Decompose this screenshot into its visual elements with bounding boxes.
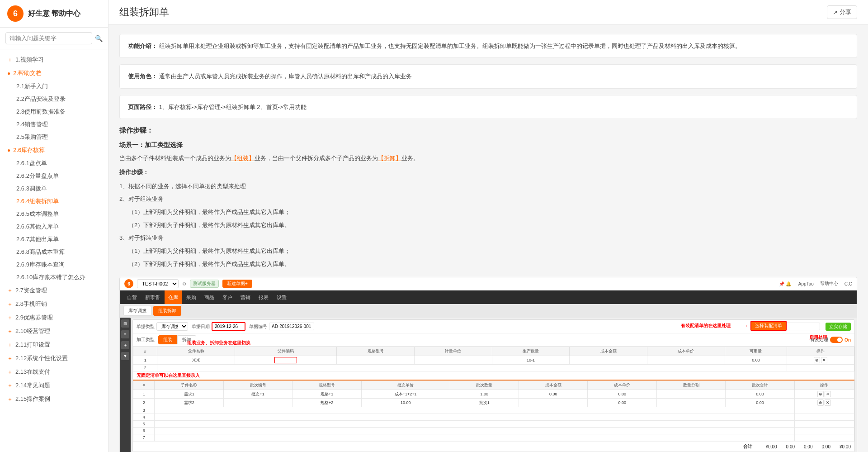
sim-type-select[interactable]: 库存调拨	[156, 322, 188, 331]
sim-lrow-copy2[interactable]: ⊕	[817, 400, 824, 406]
sidebar-item-cases[interactable]: ＋ 2.15操作案例	[0, 392, 108, 406]
sidebar-item-inventory[interactable]: ● 2.6库存核算	[0, 143, 108, 157]
sidebar-item-inv265[interactable]: 2.6.5成本调整单	[0, 208, 108, 220]
sim-total-amt2: 0.00	[786, 444, 795, 449]
sim-new-order-btn[interactable]: 新建单据+	[222, 280, 252, 288]
sim-toggle[interactable]	[830, 337, 843, 343]
sim-total-amt4: 0.00	[822, 444, 830, 449]
path-text: 1、库存核算->库存管理->组装拆卸单 2、首页->常用功能	[159, 104, 307, 110]
sim-th-unit: 计量单位	[414, 347, 492, 356]
sidebar-item-inv267[interactable]: 2.6.7其他出库单	[0, 233, 108, 246]
sidebar-item-inv261[interactable]: 2.6.1盘点单	[0, 157, 108, 170]
sim-upper-table-section: # 父件名称 父件编码 规格型号 计量单位 生产数量 成本金额 成本单价	[133, 347, 854, 380]
sim-tab-bar: 库存调拨 组装拆卸	[120, 304, 857, 318]
search-input[interactable]	[5, 32, 92, 44]
sim-lrow-del2[interactable]: ✕	[825, 400, 831, 406]
share-button[interactable]: ↗ 分享	[827, 5, 857, 19]
nav-tree: ＋ 1.视频学习 ● 2.帮助文档 2.1新手入门 2.2产品安装及登录 2.3…	[0, 49, 108, 452]
sidebar-item-dataprep[interactable]: 2.3使用前数据准备	[0, 105, 108, 118]
share-icon: ↗	[833, 9, 838, 16]
sim-icon-list[interactable]: ≡	[121, 330, 129, 338]
sim-tab-assembly[interactable]: 组装拆卸	[153, 306, 181, 316]
logo-icon: 6	[7, 5, 24, 22]
sidebar-item-mobile[interactable]: ＋ 2.8手机旺铺	[0, 297, 108, 311]
chaiqiao-link[interactable]: 【拆卸】	[378, 155, 401, 162]
sidebar-item-ops[interactable]: ＋ 2.10经营管理	[0, 324, 108, 338]
sim-subtype-assembly[interactable]: 组装	[158, 335, 177, 344]
sim-nav-ziyingchan[interactable]: 自营	[123, 290, 141, 304]
sim-date-input[interactable]	[212, 322, 245, 331]
sim-icon-add[interactable]: ＋	[121, 341, 129, 349]
sidebar-item-sales[interactable]: 2.4销售管理	[0, 118, 108, 131]
search-box[interactable]: 🔍	[0, 28, 108, 49]
sim-confirm-input[interactable]	[784, 323, 820, 330]
sim-cell-avail1: 0.00	[725, 356, 787, 365]
sidebar-item-install[interactable]: 2.2产品安装及登录	[0, 93, 108, 105]
sim-th-spec: 规格型号	[337, 347, 415, 356]
sidebar-item-inv263[interactable]: 2.6.3调拨单	[0, 182, 108, 195]
sim-tab-inv-adjust[interactable]: 库存调拨	[123, 306, 151, 316]
sidebar-item-online[interactable]: ＋ 2.13在线支付	[0, 365, 108, 379]
sim-lrow-del1[interactable]: ✕	[825, 391, 831, 397]
role-label: 使用角色：	[128, 73, 157, 80]
sim-nav-caigou[interactable]: 采购	[183, 290, 200, 304]
sim-lcell-bp1: 成本+1+2+1	[361, 390, 450, 399]
sim-cell-unit1	[414, 356, 492, 365]
sim-lrow-copy1[interactable]: ⊕	[817, 391, 824, 397]
sim-icon-filter[interactable]: ▼	[121, 352, 129, 360]
sim-test-tag: 测试服务器	[190, 280, 219, 288]
sim-annotation3-text: 启用处理	[809, 334, 827, 341]
sidebar-item-help[interactable]: ● 2.帮助文档	[0, 67, 108, 80]
sidebar-item-finance[interactable]: ＋ 2.7资金管理	[0, 284, 108, 297]
sidebar-item-faq[interactable]: ＋ 2.14常见问题	[0, 379, 108, 392]
sidebar-item-inv266[interactable]: 2.6.6其他入库单	[0, 220, 108, 233]
sim-lcell-qs2	[656, 399, 725, 407]
sim-icon-home[interactable]: ⊞	[121, 319, 129, 328]
sim-nav-cangku[interactable]: 仓库	[165, 290, 182, 304]
sim-fcode-input1[interactable]	[274, 357, 297, 363]
sim-nav-kehu[interactable]: 客户	[219, 290, 236, 304]
sim-ordernum-input[interactable]	[269, 323, 314, 330]
sim-row-copy1[interactable]: ⊕	[814, 357, 820, 363]
sidebar-item-print[interactable]: ＋ 2.11打印设置	[0, 338, 108, 352]
sidebar-item-video[interactable]: ＋ 1.视频学习	[0, 53, 108, 67]
sim-lcell-sname1: 需求1	[155, 390, 223, 399]
sim-lcell-total1: 0.00	[726, 390, 794, 399]
search-icon[interactable]: 🔍	[95, 35, 103, 42]
step3-1: （1）上部明细为父件明细，最终作为原材料生成其它出库单；	[119, 246, 857, 257]
sim-lcell-cost2	[519, 399, 588, 407]
sim-lcell-act2: ⊕✕	[794, 399, 854, 407]
ops-steps-title: 操作步骤：	[119, 126, 857, 135]
sim-lth-ucost: 成本单价	[588, 381, 656, 390]
sim-nav-baobiao[interactable]: 报表	[255, 290, 272, 304]
sim-nav-xls[interactable]: 新零售	[142, 290, 164, 304]
sidebar-item-coupon[interactable]: ＋ 2.9优惠券管理	[0, 311, 108, 324]
sidebar-item-inv269[interactable]: 2.6.9库存账本查询	[0, 258, 108, 271]
sim-save-btn[interactable]: 立实存储	[826, 323, 851, 331]
sim-cell-cost1	[570, 356, 647, 365]
sim-cell-qty1: 10-1	[492, 356, 570, 365]
sim-lth-batch: 批次编号	[223, 381, 292, 390]
sidebar-item-inv2610[interactable]: 2.6.10库存账本错了怎么办	[0, 271, 108, 284]
step3: 3、对于拆装业务	[119, 233, 857, 244]
sim-lcell-bp2: 10.00	[361, 399, 450, 407]
sim-row-del1[interactable]: ✕	[821, 357, 827, 363]
sim-select-bom-btn[interactable]: 选择装配清单	[750, 321, 787, 331]
sim-nav-yxiao[interactable]: 营销	[237, 290, 254, 304]
sim-nav-shangpin[interactable]: 商品	[201, 290, 218, 304]
sim-nav-shezhi[interactable]: 设置	[273, 290, 290, 304]
sim-arrow1: ——→	[732, 323, 749, 329]
sidebar-item-newbie[interactable]: 2.1新手入门	[0, 80, 108, 93]
sidebar-item-purchase[interactable]: 2.5采购管理	[0, 131, 108, 143]
sim-annotation1-text: 有装配清单的在这里处理	[681, 323, 731, 329]
zuzhuang-link[interactable]: 【组装】	[231, 155, 255, 162]
sim-user-label: C.C	[844, 281, 852, 286]
sidebar-item-inv268[interactable]: 2.6.8商品成本重算	[0, 246, 108, 258]
sim-lcell-spec2: 规格+2	[292, 399, 361, 407]
sim-cell-fcode1	[235, 356, 337, 365]
sim-totals: 合计 ¥0.00 0.00 0.00 0.00 ¥0.00	[133, 441, 854, 452]
sidebar-item-custom[interactable]: ＋ 2.12系统个性化设置	[0, 352, 108, 365]
sim-company-select[interactable]: TEST-H002	[137, 279, 179, 288]
sidebar-item-inv262[interactable]: 2.6.2分量盘点单	[0, 170, 108, 182]
sidebar-item-inv264[interactable]: 2.6.4组装拆卸单	[0, 195, 108, 208]
